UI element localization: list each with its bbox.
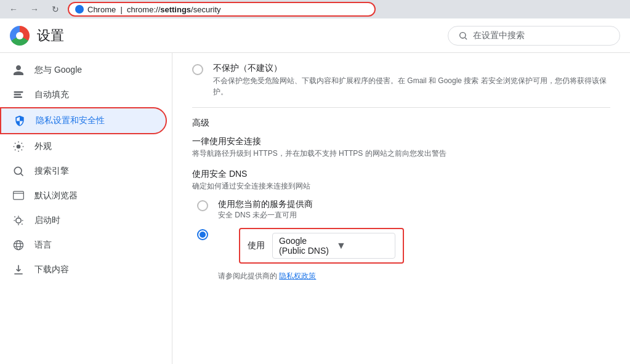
sidebar-item-language-label: 语言 [34,240,52,251]
sidebar-item-search-label: 搜索引擎 [34,166,69,177]
svg-point-11 [14,241,23,250]
search-icon [458,31,468,41]
privacy-policy-row: 请参阅此提供商的 隐私权政策 [197,271,610,281]
dns-title: 使用安全 DNS [192,169,610,180]
dns-dropdown-row[interactable]: 使用 Google (Public DNS) ▼ [239,228,404,264]
download-icon [12,264,25,276]
no-protection-option[interactable]: 不保护（不建议） 不会保护您免受危险网站、下载内容和扩展程序的侵害。在 Gmai… [192,63,610,97]
startup-icon [12,214,25,227]
dns-current-desc: 安全 DNS 未必一直可用 [218,210,313,220]
dns-custom-radio[interactable] [197,229,208,240]
language-icon [12,239,25,251]
privacy-policy-prefix: 请参阅此提供商的 [218,272,277,280]
browser-chrome: ← → ↻ Chrome | chrome://settings/securit… [0,0,630,18]
sidebar-item-google[interactable]: 您与 Google [0,58,167,83]
page-title: 设置 [37,26,440,45]
settings-header: 设置 在设置中搜索 [0,18,630,53]
sidebar-item-appearance[interactable]: 外观 [0,134,167,159]
svg-line-1 [465,38,467,39]
privacy-policy-link[interactable]: 隐私权政策 [279,272,316,280]
svg-point-12 [17,241,21,250]
search-engine-icon [12,165,25,177]
dns-current-title: 使用您当前的服务提供商 [218,199,313,210]
svg-point-0 [460,32,466,38]
reload-button[interactable]: ↻ [47,1,64,18]
google-icon [12,64,25,76]
sidebar-item-google-label: 您与 Google [34,65,82,76]
back-button[interactable]: ← [5,1,22,18]
url-text: Chrome | chrome://settings/security [87,5,221,14]
svg-rect-8 [14,192,24,200]
sidebar-item-appearance-label: 外观 [34,141,52,152]
dns-provider-value: Google (Public DNS) [279,236,331,256]
https-desc: 将导航路径升级到 HTTPS，并在加载不支持 HTTPS 的网站之前向您发出警告 [192,148,610,159]
sidebar-item-privacy-label: 隐私设置和安全性 [36,115,105,126]
sidebar-item-privacy[interactable]: 隐私设置和安全性 [0,107,167,134]
search-box[interactable]: 在设置中搜索 [448,26,620,46]
svg-point-6 [14,167,22,174]
sidebar-item-language[interactable]: 语言 [0,233,167,257]
autofill-icon [12,89,25,101]
sidebar-item-startup[interactable]: 启动时 [0,208,167,233]
svg-point-5 [17,145,21,149]
address-bar[interactable]: Chrome | chrome://settings/security [68,2,376,17]
sidebar-item-autofill-label: 自动填充 [34,89,69,100]
chevron-down-icon: ▼ [336,240,389,251]
svg-point-10 [16,218,21,223]
dns-options: 使用您当前的服务提供商 安全 DNS 未必一直可用 使用 Google (Pub… [192,199,610,281]
sidebar-item-search[interactable]: 搜索引擎 [0,159,167,184]
forward-button[interactable]: → [26,1,43,18]
dns-current-radio[interactable] [197,200,208,211]
svg-rect-2 [14,91,23,93]
advanced-label: 高级 [192,118,610,129]
no-protection-title: 不保护（不建议） [213,63,610,74]
https-title: 一律使用安全连接 [192,136,610,147]
site-icon [75,5,84,14]
sidebar-item-download[interactable]: 下载内容 [0,257,167,282]
https-setting: 一律使用安全连接 将导航路径升级到 HTTPS，并在加载不支持 HTTPS 的网… [192,136,610,159]
sidebar-item-browser[interactable]: 默认浏览器 [0,184,167,208]
dns-provider-select[interactable]: Google (Public DNS) ▼ [272,233,395,259]
browser-icon [12,190,25,202]
sidebar-item-browser-label: 默认浏览器 [34,190,78,201]
chrome-logo [10,26,30,46]
no-protection-desc: 不会保护您免受危险网站、下载内容和扩展程序的侵害。在 Gmail 和 Googl… [213,75,610,97]
no-protection-text: 不保护（不建议） 不会保护您免受危险网站、下载内容和扩展程序的侵害。在 Gmai… [213,63,610,97]
dns-desc: 确定如何通过安全连接来连接到网站 [192,181,610,192]
appearance-icon [12,140,25,153]
content-area: 您与 Google 自动填充 隐私设置和安全性 外观 [0,53,630,364]
sidebar: 您与 Google 自动填充 隐私设置和安全性 外观 [0,53,172,364]
privacy-icon [14,115,26,127]
dns-option-custom[interactable]: 使用 Google (Public DNS) ▼ [197,228,610,264]
dns-dropdown-label: 使用 [248,240,265,251]
dns-setting: 使用安全 DNS 确定如何通过安全连接来连接到网站 使用您当前的服务提供商 安全… [192,169,610,281]
dns-current-text: 使用您当前的服务提供商 安全 DNS 未必一直可用 [218,199,313,220]
main-content: 不保护（不建议） 不会保护您免受危险网站、下载内容和扩展程序的侵害。在 Gmai… [172,53,630,364]
no-protection-radio[interactable] [192,64,203,75]
dns-option-current[interactable]: 使用您当前的服务提供商 安全 DNS 未必一直可用 [197,199,610,220]
sidebar-item-download-label: 下载内容 [34,264,69,275]
svg-line-7 [21,174,23,176]
svg-rect-3 [14,94,22,95]
svg-rect-4 [14,97,22,99]
section-divider [192,107,610,108]
sidebar-item-autofill[interactable]: 自动填充 [0,83,167,107]
settings-page: 设置 在设置中搜索 您与 Google 自动填充 [0,18,630,364]
sidebar-item-startup-label: 启动时 [34,215,60,226]
search-placeholder: 在设置中搜索 [473,30,525,41]
